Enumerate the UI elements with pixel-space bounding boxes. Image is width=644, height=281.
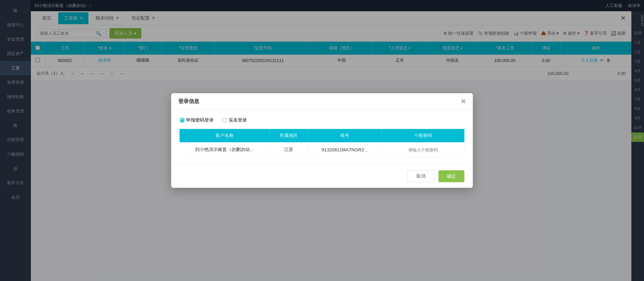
dialog-row-region: 江苏 (269, 142, 308, 157)
dialog-col-taxid: 税号 (308, 129, 382, 142)
confirm-button[interactable]: 确定 (438, 170, 464, 182)
dialog-row-name: 刘小艳演示账套（勿删勿动... (180, 142, 269, 157)
dialog-col-password: 个税密码 (382, 129, 464, 142)
dialog-table-row: 刘小艳演示账套（勿删勿动... 江苏 91320811MA7NGR2... (180, 142, 464, 157)
radio-realname-circle (222, 118, 227, 123)
dialog-body: 申报密码登录 实名登录 客户名称 所属地区 税号 个税密码 (171, 110, 473, 164)
radio-realname-label: 实名登录 (229, 117, 247, 123)
radio-password-login[interactable]: 申报密码登录 (180, 117, 214, 123)
dialog-footer: 取消 确定 (171, 164, 473, 188)
login-radio-group: 申报密码登录 实名登录 (180, 117, 464, 123)
dialog-header: 登录信息 ✕ (171, 93, 473, 110)
dialog-table: 客户名称 所属地区 税号 个税密码 刘小艳演示账套（勿删勿动... 江苏 913… (180, 129, 464, 157)
dialog-row-taxid: 91320811MA7NGR2... (308, 142, 382, 157)
dialog-col-region: 所属地区 (269, 129, 308, 142)
dialog-col-name: 客户名称 (180, 129, 269, 142)
cancel-button[interactable]: 取消 (408, 170, 434, 182)
dialog-title: 登录信息 (178, 98, 199, 105)
dialog-close-button[interactable]: ✕ (461, 98, 466, 105)
login-dialog: 登录信息 ✕ 申报密码登录 实名登录 客户名称 所属地区 (171, 93, 473, 188)
radio-realname-login[interactable]: 实名登录 (222, 117, 247, 123)
dialog-row-password[interactable] (382, 142, 464, 157)
dialog-table-header: 客户名称 所属地区 税号 个税密码 (180, 129, 464, 142)
radio-password-label: 申报密码登录 (186, 117, 214, 123)
individual-tax-password-input[interactable] (388, 148, 458, 152)
radio-password-circle (180, 118, 185, 123)
dialog-overlay: 登录信息 ✕ 申报密码登录 实名登录 客户名称 所属地区 (0, 0, 644, 281)
